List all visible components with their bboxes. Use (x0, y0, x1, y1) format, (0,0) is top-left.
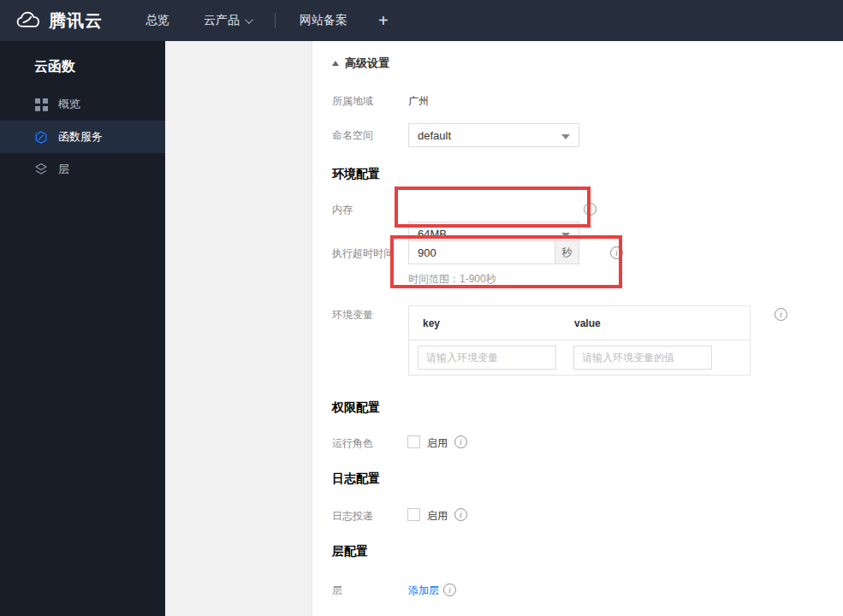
env-value-input[interactable] (573, 346, 712, 370)
navbar-menu: 总览 云产品 网站备案 + (128, 0, 402, 41)
region-label: 所属地域 (332, 94, 373, 109)
layer-label: 层 (332, 583, 342, 598)
nav-item-label: 云产品 (204, 13, 240, 28)
add-layer-link[interactable]: 添加层 (408, 583, 439, 598)
env-vars-info-icon[interactable] (775, 308, 787, 321)
sidebar-item-label: 层 (58, 162, 69, 177)
secondary-panel (165, 41, 312, 616)
nav-item-label: 总览 (145, 13, 169, 28)
run-role-enable-label: 启用 (427, 436, 448, 451)
sidebar: 云函数 概览 函数服务 层 (0, 41, 165, 616)
timeout-info-icon[interactable] (610, 246, 623, 259)
caret-down-icon (561, 134, 570, 139)
timeout-input[interactable] (408, 240, 555, 264)
sidebar-item-label: 概览 (58, 97, 80, 112)
sidebar-title: 云函数 (0, 41, 165, 88)
sidebar-item-overview[interactable]: 概览 (0, 88, 165, 121)
section-layer-config: 层配置 (332, 543, 368, 559)
log-delivery-label: 日志投递 (332, 509, 373, 524)
log-delivery-info-icon[interactable] (454, 508, 467, 521)
nav-item-icp-filing[interactable]: 网站备案 (282, 0, 365, 41)
section-permission-config: 权限配置 (332, 400, 380, 415)
namespace-label: 命名空间 (332, 128, 373, 143)
tencent-cloud-logo[interactable]: 腾讯云 (0, 9, 103, 33)
hexagon-slash-icon (34, 130, 48, 144)
timeout-unit: 秒 (555, 240, 579, 264)
sidebar-item-label: 函数服务 (58, 129, 103, 145)
section-log-config: 日志配置 (332, 471, 380, 486)
add-tab-button[interactable]: + (365, 11, 402, 31)
namespace-select-value: default (418, 129, 451, 142)
namespace-select[interactable]: default (408, 123, 579, 147)
run-role-checkbox[interactable] (407, 435, 420, 448)
memory-select-value: 64MB (418, 228, 447, 240)
add-layer-info-icon[interactable] (443, 583, 456, 596)
env-vars-label: 环境变量 (332, 308, 373, 323)
timeout-range-hint: 时间范围：1-900秒 (408, 272, 496, 287)
settings-form: 高级设置 所属地域 广州 命名空间 default 环境配置 内存 64MB 执… (312, 41, 843, 616)
log-delivery-checkbox[interactable] (407, 508, 420, 521)
timeout-input-group: 秒 (408, 240, 579, 264)
memory-label: 内存 (332, 203, 353, 217)
env-key-input[interactable] (418, 346, 556, 370)
sidebar-item-function-service[interactable]: 函数服务 (0, 121, 165, 153)
env-value-header: value (574, 317, 601, 329)
advanced-settings-toggle[interactable]: 高级设置 (332, 56, 389, 71)
nav-item-overview[interactable]: 总览 (128, 0, 187, 41)
cloud-icon (15, 10, 41, 32)
navbar-divider (275, 13, 276, 28)
env-vars-table: key value (408, 305, 751, 376)
memory-info-icon[interactable] (584, 203, 597, 216)
region-value: 广州 (408, 94, 429, 109)
nav-item-cloud-products[interactable]: 云产品 (187, 0, 268, 41)
top-navbar: 腾讯云 总览 云产品 网站备案 + (0, 0, 843, 41)
chevron-down-icon (245, 15, 253, 24)
env-vars-table-row (409, 341, 750, 375)
section-env-config: 环境配置 (332, 166, 380, 181)
sidebar-item-layers[interactable]: 层 (0, 153, 165, 186)
layers-icon (34, 163, 48, 176)
triangle-up-icon (332, 61, 339, 66)
advanced-settings-label: 高级设置 (345, 56, 389, 71)
caret-down-icon (561, 233, 570, 238)
nav-item-label: 网站备案 (300, 13, 347, 28)
run-role-label: 运行角色 (332, 436, 373, 451)
grid-icon (34, 98, 48, 111)
logo-text: 腾讯云 (49, 9, 103, 33)
log-delivery-enable-label: 启用 (427, 509, 448, 524)
env-key-header: key (409, 317, 574, 329)
timeout-label: 执行超时时间 (332, 246, 394, 261)
run-role-info-icon[interactable] (454, 435, 467, 448)
env-vars-table-header: key value (409, 306, 750, 341)
